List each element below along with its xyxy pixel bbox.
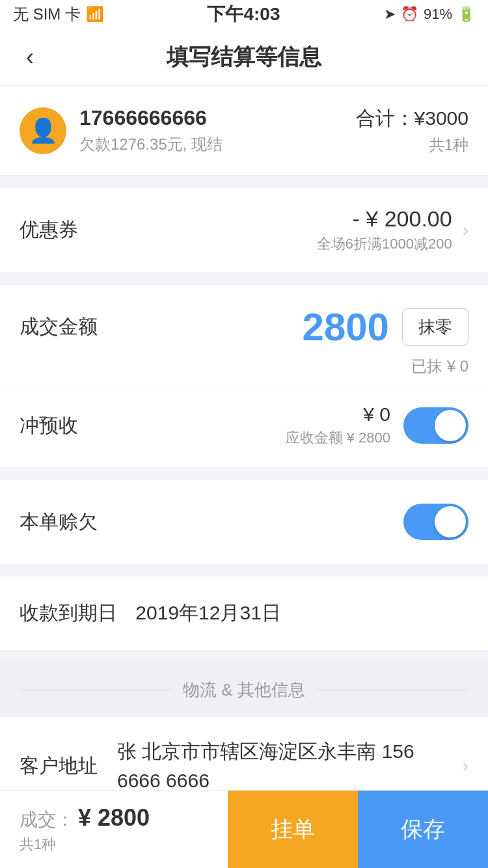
prepay-toggle[interactable]: [403, 407, 468, 444]
bottom-label: 成交：: [20, 809, 74, 830]
customer-info: 17666666666 欠款1276.35元, 现结: [79, 106, 223, 155]
duedate-section: 收款到期日 2019年12月31日: [0, 576, 488, 650]
amount-sub: 已抹 ¥ 0: [0, 356, 488, 390]
prepay-amount: ¥ 0 应收金额 ¥ 2800: [286, 403, 390, 448]
amount-value: 2800: [303, 305, 389, 349]
amount-label: 成交金额: [20, 314, 98, 340]
hold-button[interactable]: 挂单: [228, 791, 358, 869]
total-count: 共1种: [356, 135, 468, 156]
battery-text: 91%: [424, 6, 452, 23]
coupon-sub: 全场6折满1000减200: [317, 234, 452, 254]
coupon-value-block: - ¥ 200.00 全场6折满1000减200: [317, 206, 452, 254]
prepay-toggle-knob: [435, 410, 466, 441]
prepay-row: 冲预收 ¥ 0 应收金额 ¥ 2800: [0, 390, 488, 467]
coupon-discount: - ¥ 200.00: [317, 206, 452, 232]
deferred-row: 本单赊欠: [0, 480, 488, 563]
bottom-summary: 成交：¥ 2800 共1种: [0, 804, 228, 854]
deferred-toggle-knob: [435, 506, 466, 537]
sim-text: 无 SIM 卡: [13, 4, 81, 25]
battery-icon: 🔋: [457, 6, 475, 23]
duedate-label: 收款到期日: [20, 602, 117, 623]
avatar-icon: 👤: [29, 117, 58, 144]
amount-right: 2800 抹零: [303, 305, 468, 349]
bottom-bar: 成交：¥ 2800 共1种 挂单 保存: [0, 790, 488, 868]
customer-phone: 17666666666: [79, 106, 223, 130]
customer-sub: 欠款1276.35元, 现结: [79, 134, 223, 155]
prepay-label: 冲预收: [20, 413, 78, 439]
wifi-icon: 📶: [86, 6, 103, 23]
bottom-count: 共1种: [20, 835, 208, 854]
duedate-value: 2019年12月31日: [135, 602, 280, 623]
location-icon: ➤: [384, 6, 396, 23]
customer-section: 👤 17666666666 欠款1276.35元, 现结 合计：¥3000 共1…: [0, 86, 488, 175]
coupon-label: 优惠券: [20, 217, 78, 243]
divider-line-right: [318, 690, 468, 690]
customer-right: 合计：¥3000 共1种: [356, 105, 468, 156]
status-left: 无 SIM 卡 📶: [13, 4, 103, 25]
coupon-chevron: ›: [463, 220, 468, 241]
nav-bar: ‹ 填写结算等信息: [0, 29, 488, 86]
round-button[interactable]: 抹零: [402, 308, 468, 346]
amount-section: 成交金额 2800 抹零 已抹 ¥ 0 冲预收 ¥ 0 应收金额 ¥ 2800: [0, 285, 488, 467]
total-label-text: 合计：: [356, 107, 414, 129]
deferred-toggle[interactable]: [403, 504, 468, 540]
bottom-amount: ¥ 2800: [78, 804, 150, 831]
address-chevron: ›: [463, 755, 468, 776]
section-divider: 物流 & 其他信息: [0, 663, 488, 717]
page-title: 填写结算等信息: [167, 42, 321, 72]
bottom-amount-line: 成交：¥ 2800: [20, 804, 208, 832]
avatar: 👤: [20, 107, 66, 154]
back-button[interactable]: ‹: [20, 37, 40, 77]
status-right: ➤ ⏰ 91% 🔋: [384, 6, 475, 23]
prepay-right: ¥ 0 应收金额 ¥ 2800: [286, 403, 468, 448]
alarm-icon: ⏰: [401, 6, 418, 23]
duedate-row: 收款到期日 2019年12月31日: [0, 576, 488, 650]
address-value: 张 北京市市辖区海淀区永丰南 156 6666 6666: [117, 737, 456, 795]
divider-line-left: [20, 690, 170, 690]
coupon-section: 优惠券 - ¥ 200.00 全场6折满1000减200 ›: [0, 188, 488, 272]
deferred-label: 本单赊欠: [20, 509, 98, 536]
amount-row: 成交金额 2800 抹零: [0, 285, 488, 356]
prepay-sub: 应收金额 ¥ 2800: [286, 428, 390, 448]
customer-left: 👤 17666666666 欠款1276.35元, 现结: [20, 106, 223, 155]
customer-row: 👤 17666666666 欠款1276.35元, 现结 合计：¥3000 共1…: [0, 86, 488, 175]
coupon-row[interactable]: 优惠券 - ¥ 200.00 全场6折满1000减200 ›: [0, 188, 488, 272]
address-label: 客户地址: [20, 753, 98, 780]
save-button[interactable]: 保存: [358, 791, 488, 869]
divider-text: 物流 & 其他信息: [170, 679, 318, 701]
coupon-right: - ¥ 200.00 全场6折满1000减200 ›: [317, 206, 468, 254]
total-value: ¥3000: [414, 107, 468, 129]
status-time: 下午4:03: [207, 2, 280, 27]
status-bar: 无 SIM 卡 📶 下午4:03 ➤ ⏰ 91% 🔋: [0, 0, 488, 29]
total-label: 合计：¥3000: [356, 105, 468, 132]
deferred-section: 本单赊欠: [0, 480, 488, 563]
prepay-main: ¥ 0: [286, 403, 390, 426]
